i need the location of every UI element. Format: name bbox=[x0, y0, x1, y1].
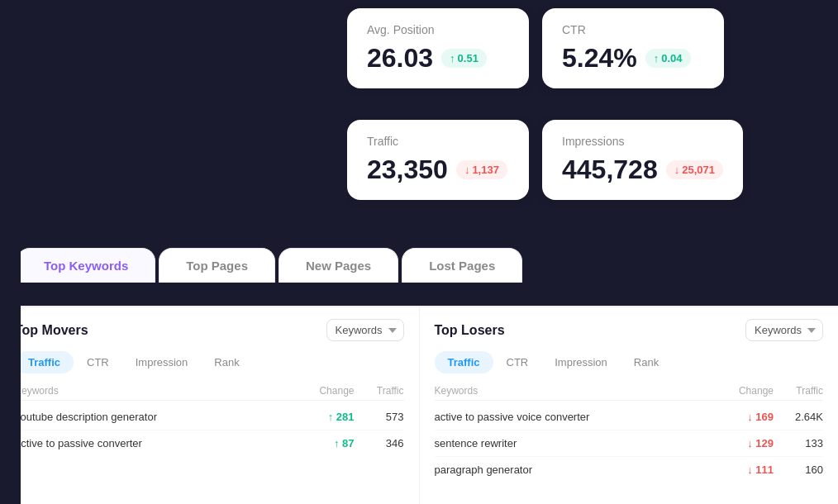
col-traffic-1: Traffic bbox=[355, 385, 404, 397]
impressions-badge: ↓ 25,071 bbox=[666, 160, 723, 179]
arrow-down-icon: ↓ bbox=[464, 164, 470, 176]
traffic-2-2: 133 bbox=[774, 437, 823, 449]
dark-bg-left bbox=[0, 0, 347, 248]
traffic-1-2: 346 bbox=[355, 437, 404, 449]
traffic-value-row: 23,350 ↓ 1,137 bbox=[367, 155, 509, 185]
change-1-1: ↑ 281 bbox=[297, 411, 355, 423]
impressions-value-row: 445,728 ↓ 25,071 bbox=[562, 155, 723, 185]
avg-position-card: Avg. Position 26.03 ↑ 0.51 bbox=[347, 8, 529, 88]
middle-metrics-row: Traffic 23,350 ↓ 1,137 Impressions 445,7… bbox=[347, 120, 743, 200]
change-2-2: ↓ 129 bbox=[716, 437, 774, 449]
sub-tab-traffic-1[interactable]: Traffic bbox=[15, 351, 74, 373]
tabs-container: Top Keywords Top Pages New Pages Lost Pa… bbox=[0, 248, 838, 283]
dark-bg-bottom-left bbox=[0, 248, 21, 504]
impressions-value: 445,728 bbox=[562, 155, 658, 185]
ctr-badge-value: 0.04 bbox=[661, 52, 682, 64]
sub-tab-impression-2[interactable]: Impression bbox=[541, 351, 621, 373]
traffic-2-1: 2.64K bbox=[774, 411, 823, 423]
tab-top-pages[interactable]: Top Pages bbox=[159, 248, 275, 283]
avg-position-label: Avg. Position bbox=[367, 23, 509, 36]
traffic-value: 23,350 bbox=[367, 155, 448, 185]
sub-tab-ctr-1[interactable]: CTR bbox=[74, 351, 122, 373]
table-row: active to passive voice converter ↓ 169 … bbox=[435, 404, 824, 430]
traffic-badge-value: 1,137 bbox=[472, 164, 499, 176]
col-keywords-2: Keywords bbox=[435, 385, 717, 397]
top-movers-header: Top Movers Keywords Pages bbox=[15, 319, 404, 341]
top-losers-dropdown[interactable]: Keywords Pages bbox=[745, 319, 823, 341]
keyword-2-1: active to passive voice converter bbox=[435, 411, 717, 423]
panels-container: Top Movers Keywords Pages Traffic CTR Im… bbox=[0, 306, 838, 504]
avg-position-badge: ↑ 0.51 bbox=[441, 49, 487, 68]
top-movers-sub-tabs: Traffic CTR Impression Rank bbox=[15, 351, 404, 373]
col-traffic-2: Traffic bbox=[774, 385, 823, 397]
traffic-card: Traffic 23,350 ↓ 1,137 bbox=[347, 120, 529, 200]
sub-tab-rank-2[interactable]: Rank bbox=[621, 351, 672, 373]
arrow-up-icon: ↑ bbox=[450, 52, 455, 64]
top-metrics-row: Avg. Position 26.03 ↑ 0.51 CTR 5.24% ↑ 0… bbox=[347, 8, 724, 88]
change-2-3: ↓ 111 bbox=[716, 464, 774, 476]
ctr-badge: ↑ 0.04 bbox=[645, 49, 691, 68]
col-keywords-1: Keywords bbox=[15, 385, 297, 397]
ctr-label: CTR bbox=[562, 23, 704, 36]
arrow-up-icon-2: ↑ bbox=[654, 52, 659, 64]
main-content: Avg. Position 26.03 ↑ 0.51 CTR 5.24% ↑ 0… bbox=[0, 0, 838, 504]
top-movers-panel: Top Movers Keywords Pages Traffic CTR Im… bbox=[0, 307, 420, 504]
top-losers-header: Top Losers Keywords Pages bbox=[435, 319, 824, 341]
change-2-1: ↓ 169 bbox=[716, 411, 774, 423]
change-1-2: ↑ 87 bbox=[297, 437, 355, 449]
tab-lost-pages[interactable]: Lost Pages bbox=[402, 248, 522, 283]
table-row: active to passive converter ↑ 87 346 bbox=[15, 430, 404, 456]
keyword-1-1: youtube description generator bbox=[15, 411, 297, 423]
impressions-badge-value: 25,071 bbox=[682, 164, 715, 176]
down-arrow-icon-2: ↓ bbox=[747, 437, 753, 449]
top-movers-table-header: Keywords Change Traffic bbox=[15, 382, 404, 401]
sub-tab-impression-1[interactable]: Impression bbox=[122, 351, 202, 373]
up-arrow-icon-2: ↑ bbox=[334, 437, 340, 449]
sub-tab-traffic-2[interactable]: Traffic bbox=[435, 351, 493, 373]
top-losers-title: Top Losers bbox=[435, 323, 505, 338]
traffic-badge: ↓ 1,137 bbox=[456, 160, 507, 179]
tab-top-keywords[interactable]: Top Keywords bbox=[17, 248, 155, 283]
col-change-2: Change bbox=[716, 385, 774, 397]
col-change-1: Change bbox=[297, 385, 355, 397]
avg-position-badge-value: 0.51 bbox=[458, 52, 479, 64]
up-arrow-icon: ↑ bbox=[328, 411, 334, 423]
traffic-2-3: 160 bbox=[774, 464, 823, 476]
top-losers-sub-tabs: Traffic CTR Impression Rank bbox=[435, 351, 824, 373]
impressions-card: Impressions 445,728 ↓ 25,071 bbox=[542, 120, 743, 200]
keyword-1-2: active to passive converter bbox=[15, 437, 297, 449]
top-movers-dropdown[interactable]: Keywords Pages bbox=[326, 319, 404, 341]
top-losers-panel: Top Losers Keywords Pages Traffic CTR Im… bbox=[420, 307, 839, 504]
table-row: youtube description generator ↑ 281 573 bbox=[15, 404, 404, 430]
impressions-label: Impressions bbox=[562, 135, 723, 148]
down-arrow-icon-1: ↓ bbox=[747, 411, 753, 423]
ctr-card: CTR 5.24% ↑ 0.04 bbox=[542, 8, 724, 88]
top-movers-title: Top Movers bbox=[15, 323, 88, 338]
traffic-1-1: 573 bbox=[355, 411, 404, 423]
keyword-2-2: sentence rewriter bbox=[435, 437, 717, 449]
avg-position-value-row: 26.03 ↑ 0.51 bbox=[367, 43, 509, 74]
sub-tab-rank-1[interactable]: Rank bbox=[201, 351, 252, 373]
keyword-2-3: paragraph generator bbox=[435, 464, 717, 476]
sub-tab-ctr-2[interactable]: CTR bbox=[493, 351, 542, 373]
tab-new-pages[interactable]: New Pages bbox=[279, 248, 398, 283]
table-row: sentence rewriter ↓ 129 133 bbox=[435, 430, 824, 457]
avg-position-value: 26.03 bbox=[367, 43, 433, 74]
top-losers-table-header: Keywords Change Traffic bbox=[435, 382, 824, 401]
arrow-down-icon-2: ↓ bbox=[674, 164, 680, 176]
ctr-value: 5.24% bbox=[562, 43, 637, 74]
table-row: paragraph generator ↓ 111 160 bbox=[435, 457, 824, 483]
ctr-value-row: 5.24% ↑ 0.04 bbox=[562, 43, 704, 74]
down-arrow-icon-3: ↓ bbox=[747, 464, 753, 476]
traffic-label: Traffic bbox=[367, 135, 509, 148]
